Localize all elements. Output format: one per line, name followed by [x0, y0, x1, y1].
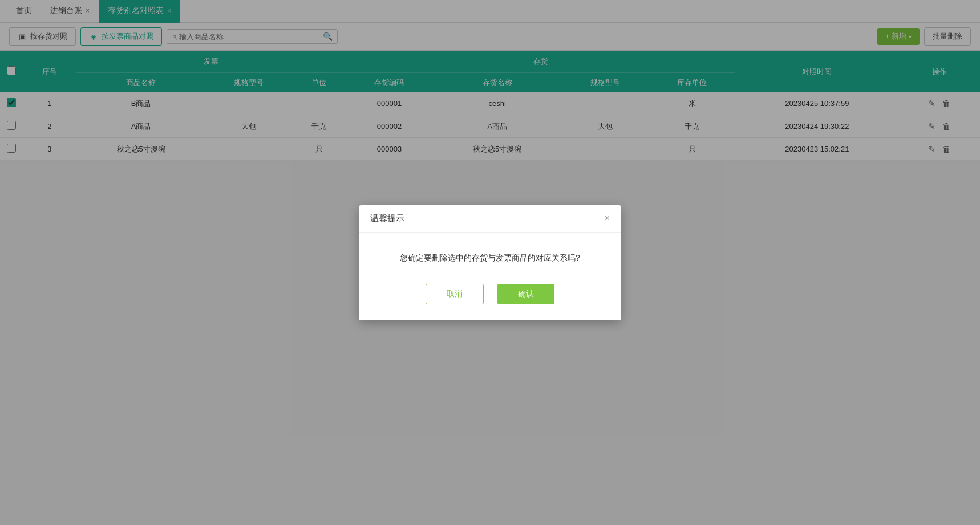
- dialog-overlay: 温馨提示 × 您确定要删除选中的存货与发票商品的对应关系吗? 取消 确认: [0, 0, 980, 161]
